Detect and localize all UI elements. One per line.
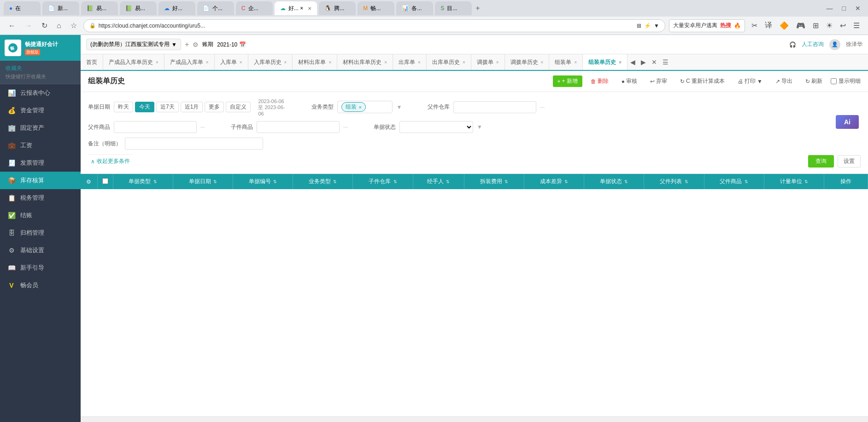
abandon-button[interactable]: ↩ 弃审 — [645, 75, 672, 87]
ai-assistant-badge[interactable]: Ai — [836, 115, 859, 129]
sidebar-item-inventory[interactable]: 📦 库存核算 — [0, 172, 81, 189]
tab-close-5[interactable]: × — [328, 60, 331, 65]
tab-assembly-history[interactable]: 组装单历史 × — [583, 54, 628, 71]
sidebar-item-archive[interactable]: 🗄 归档管理 — [0, 224, 81, 242]
bookmark-sub[interactable]: 快捷键打开收藏夹 — [6, 73, 75, 80]
table-settings-column[interactable]: ⚙ — [81, 174, 97, 189]
tab-close-7[interactable]: × — [418, 60, 421, 65]
tab-transfer-history[interactable]: 调拨单历史 × — [505, 54, 550, 70]
period-selector[interactable]: 账期 2021-10 📅 — [202, 40, 246, 48]
col-parentgoods[interactable]: 父件商品 ⇅ — [704, 174, 764, 189]
col-costdiff[interactable]: 成本差异 ⇅ — [524, 174, 584, 189]
browser-tab-12[interactable]: S 目... — [435, 1, 472, 15]
grid-btn[interactable]: ⊞ — [810, 20, 821, 31]
sun-btn[interactable]: ☀ — [823, 20, 835, 31]
settings-button-filter[interactable]: 设置 — [838, 155, 861, 168]
company-selector[interactable]: (勿删勿禁用）江西服宝测试专用 ▼ — [86, 39, 181, 50]
biztype-input-area[interactable]: 组装 × — [337, 101, 393, 113]
tab-more-button[interactable]: ☰ — [660, 58, 671, 66]
tab-outbound[interactable]: 出库单 × — [393, 54, 427, 70]
sidebar-item-invoice[interactable]: 🧾 发票管理 — [0, 154, 81, 172]
7days-btn[interactable]: 近7天 — [156, 102, 179, 112]
horizontal-scrollbar[interactable] — [81, 416, 868, 422]
recalculate-button[interactable]: ↻ C 重新计算成本 — [675, 75, 729, 87]
table-checkbox-column[interactable] — [97, 174, 113, 189]
maximize-button[interactable]: □ — [839, 4, 850, 13]
back-button[interactable]: ← — [6, 21, 18, 31]
custom-date-btn[interactable]: 自定义 — [226, 102, 251, 112]
menu-btn[interactable]: ☰ — [850, 20, 862, 31]
tab-next-button[interactable]: ▶ — [638, 58, 649, 66]
reload-button[interactable]: ↻ — [39, 20, 50, 31]
tab-prev-button[interactable]: ◀ — [628, 58, 638, 66]
col-status[interactable]: 单据状态 ⇅ — [584, 174, 644, 189]
tab-transfer[interactable]: 调拨单 × — [471, 54, 505, 70]
refresh-button[interactable]: ↻ 刷新 — [801, 75, 827, 87]
browser-tab-5[interactable]: ☁ 好... — [158, 1, 195, 15]
sidebar-item-closing[interactable]: ✅ 结账 — [0, 207, 81, 224]
customer-service-link[interactable]: 人工咨询 — [802, 40, 824, 48]
tab-inbound-history[interactable]: 入库单历史 × — [248, 54, 293, 70]
browser-tab-10[interactable]: M 畅... — [358, 1, 394, 15]
bookmark-button[interactable]: ☆ — [68, 20, 80, 31]
tab-close-8[interactable]: × — [463, 60, 465, 65]
col-dismantlefee[interactable]: 拆装费用 ⇅ — [464, 174, 524, 189]
remark-input[interactable] — [125, 138, 263, 150]
browser-tab-6[interactable]: 📄 个... — [197, 1, 234, 15]
scissors-btn[interactable]: ✂ — [749, 20, 760, 31]
col-number[interactable]: 单据编号 ⇅ — [233, 174, 293, 189]
tab-close-6[interactable]: × — [384, 60, 387, 65]
home-button[interactable]: ⌂ — [54, 21, 64, 31]
sidebar-item-settings[interactable]: ⚙ 基础设置 — [0, 242, 81, 259]
tab-close-8[interactable]: ✕ — [308, 6, 311, 11]
query-button[interactable]: 查询 — [808, 155, 834, 168]
today-btn[interactable]: 今天 — [135, 102, 154, 112]
tab-close-2[interactable]: × — [206, 60, 209, 65]
col-type[interactable]: 单据类型 ⇅ — [113, 174, 173, 189]
col-parentlist[interactable]: 父件列表 ⇅ — [644, 174, 704, 189]
add-company-button[interactable]: + — [185, 40, 189, 49]
col-unit[interactable]: 计量单位 ⇅ — [764, 174, 824, 189]
tab-home[interactable]: 首页 — [81, 54, 103, 70]
parent-goods-input[interactable] — [114, 121, 197, 133]
forward-button[interactable]: → — [22, 21, 35, 31]
1month-btn[interactable]: 近1月 — [181, 102, 203, 112]
sidebar-item-finance[interactable]: 💰 资金管理 — [0, 102, 81, 119]
more-date-btn[interactable]: 更多 — [205, 102, 224, 112]
browser-tab-11[interactable]: 📊 各... — [396, 1, 433, 15]
tab-assembly[interactable]: 组装单 × — [549, 54, 583, 70]
tab-material-out-history[interactable]: 材料出库单历史 × — [337, 54, 393, 70]
display-toggle-checkbox[interactable] — [831, 78, 837, 84]
bookmark-title[interactable]: 收藏夹 — [6, 64, 75, 72]
minimize-button[interactable]: — — [823, 4, 837, 13]
col-handler[interactable]: 经手人 ⇅ — [413, 174, 464, 189]
emoji-btn[interactable]: 🔶 — [777, 20, 792, 31]
sidebar-item-salary[interactable]: 💼 工资 — [0, 137, 81, 154]
address-bar[interactable]: 🔒 https://cloud.chanjet.com/accounting/u… — [83, 19, 665, 32]
browser-tab-2[interactable]: 📄 新... — [42, 1, 79, 15]
new-button[interactable]: + + 新增 — [553, 75, 582, 87]
parent-warehouse-input[interactable] — [453, 101, 536, 113]
yesterday-btn[interactable]: 昨天 — [114, 102, 133, 112]
sidebar-item-member[interactable]: V 畅会员 — [0, 277, 81, 294]
collapse-button[interactable]: ∧ 收起更多条件 — [88, 154, 133, 168]
biztype-tag-close[interactable]: × — [358, 104, 361, 110]
browser-tab-7[interactable]: C 企... — [236, 1, 273, 15]
browser-tab-4[interactable]: 📗 易... — [120, 1, 157, 15]
tab-outbound-history[interactable]: 出库单历史 × — [427, 54, 471, 70]
tab-close-12[interactable]: × — [619, 60, 622, 65]
sidebar-item-tax[interactable]: 📋 税务管理 — [0, 189, 81, 207]
tab-close-10[interactable]: × — [541, 60, 544, 65]
tab-close-3[interactable]: × — [240, 60, 242, 65]
child-goods-input[interactable] — [257, 121, 340, 133]
browser-tab-3[interactable]: 📗 易... — [81, 1, 118, 15]
tab-close-4[interactable]: × — [284, 60, 287, 65]
tab-close-current-button[interactable]: ✕ — [649, 58, 660, 66]
print-button[interactable]: 🖨 打印 ▼ — [733, 75, 767, 87]
search-area[interactable]: 大量安卓用户逃离 热搜 🔥 — [669, 19, 745, 32]
export-button[interactable]: ↗ 导出 — [771, 75, 797, 87]
status-select[interactable] — [399, 121, 473, 133]
tab-finished-in-history[interactable]: 产成品入库单历史 × — [103, 54, 164, 70]
tab-close-11[interactable]: × — [574, 60, 577, 65]
browser-tab-1[interactable]: ● 在 — [4, 1, 41, 15]
